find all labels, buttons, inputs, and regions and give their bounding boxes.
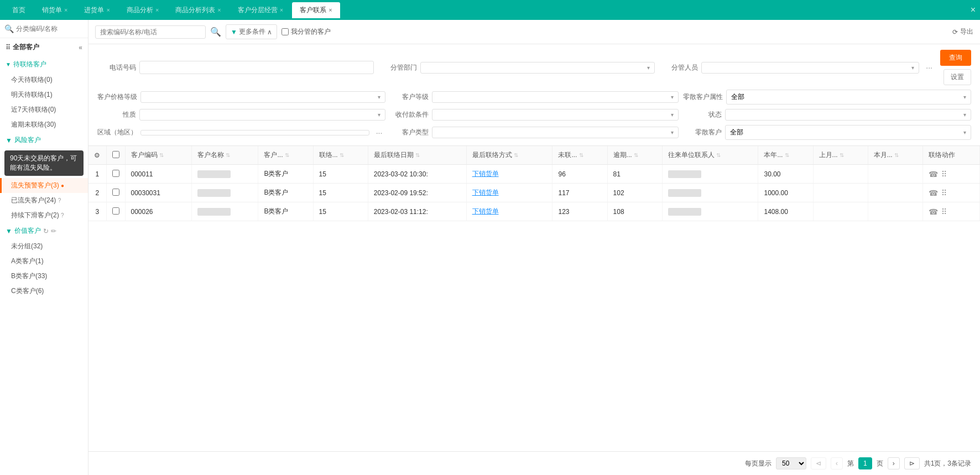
last-page-button[interactable]: ⊳	[904, 457, 920, 469]
page-size-select[interactable]: 20 50 100 200	[776, 457, 806, 469]
nav-tab-customer-contact[interactable]: 客户联系 ×	[292, 2, 340, 18]
sidebar-item-churned[interactable]: 已流失客户(24) ?	[0, 193, 88, 208]
row-last-method[interactable]: 下销货单	[466, 202, 552, 221]
table-row: 1 000011 B类客户 15 2023-03-02 10:30: 下销货单 …	[88, 165, 980, 184]
table-header-last-method[interactable]: 最后联络方式 ⇅	[466, 146, 552, 165]
more-dots-button[interactable]: ···	[922, 61, 936, 74]
nav-tab-sales[interactable]: 销货单 ×	[34, 2, 75, 18]
close-icon[interactable]: ×	[64, 7, 67, 13]
nav-tab-analysis[interactable]: 商品分析 ×	[119, 2, 166, 18]
attr-select[interactable]: 全部 ▾	[726, 90, 971, 105]
filter-icon: ▼	[231, 28, 237, 36]
nature-field: 性质 ▾	[97, 109, 385, 121]
sidebar-item-churn-warning[interactable]: 流失预警客户(3) ●	[0, 178, 88, 193]
contact-icon[interactable]: ☎	[929, 189, 938, 197]
row-last-method[interactable]: 下销货单	[466, 165, 552, 184]
close-icon[interactable]: ×	[280, 7, 283, 13]
row-last-month	[813, 202, 868, 221]
price-level-select[interactable]: ▾	[140, 91, 385, 103]
status-select[interactable]: ▾	[725, 109, 971, 121]
dept-select[interactable]: ▾	[420, 62, 655, 74]
row-checkbox[interactable]	[106, 202, 125, 221]
refresh-icon[interactable]: ↻	[43, 227, 49, 235]
more-actions-icon[interactable]: ⠿	[941, 189, 947, 197]
close-icon[interactable]: ×	[155, 7, 159, 13]
row-checkbox[interactable]	[106, 165, 125, 184]
settings-button[interactable]: 设置	[943, 69, 971, 85]
table-header-name[interactable]: 客户名称 ⇅	[191, 146, 258, 165]
nav-tab-purchase[interactable]: 进货单 ×	[76, 2, 117, 18]
person-label: 分管人员	[659, 63, 698, 72]
region-select[interactable]	[140, 130, 369, 135]
table-header-contact-person[interactable]: 往来单位联系人 ⇅	[662, 146, 758, 165]
filter-row-1: 电话号码 分管部门 ▾ 分管人员 ▾ ···	[97, 50, 971, 85]
sidebar-item-c-class[interactable]: C类客户(6)	[0, 284, 88, 299]
search-input[interactable]	[95, 25, 206, 39]
page-1-button[interactable]: 1	[858, 457, 872, 469]
contact-icon[interactable]: ☎	[929, 170, 938, 179]
sidebar-item-overdue[interactable]: 逾期未联络(30)	[0, 117, 88, 132]
phone-input[interactable]	[139, 61, 374, 74]
sidebar-item-declining[interactable]: 持续下滑客户(2) ?	[0, 208, 88, 223]
close-all-button[interactable]: ×	[971, 5, 976, 15]
row-uncontacted: 117	[552, 184, 607, 202]
table-header-last-month[interactable]: 上月... ⇅	[813, 146, 868, 165]
query-button[interactable]: 查询	[940, 50, 971, 66]
table-header-contact-count[interactable]: 联络... ⇅	[313, 146, 368, 165]
retail-select[interactable]: 全部 ▾	[725, 125, 971, 140]
sidebar-item-tomorrow[interactable]: 明天待联络(1)	[0, 87, 88, 102]
my-customers-check[interactable]	[282, 28, 289, 35]
row-checkbox[interactable]	[106, 184, 125, 202]
more-actions-icon[interactable]: ⠿	[941, 207, 947, 216]
search-button[interactable]: 🔍	[210, 27, 221, 37]
sidebar-search-bar[interactable]: 🔍	[0, 20, 88, 38]
close-icon[interactable]: ×	[329, 7, 332, 13]
sidebar-group-risk[interactable]: ▼ 风险客户	[0, 132, 88, 148]
level-select[interactable]: ▾	[432, 91, 678, 103]
next-page-button[interactable]: ›	[888, 457, 900, 469]
prev-page-button[interactable]: ‹	[831, 457, 843, 469]
table-header-this-month[interactable]: 本月... ⇅	[868, 146, 922, 165]
more-dots-button[interactable]: ···	[373, 126, 386, 139]
table-header-last-date[interactable]: 最后联络日期 ⇅	[368, 146, 466, 165]
type-label: 客户类型	[390, 128, 429, 137]
first-page-button[interactable]: ⊲	[811, 457, 826, 469]
person-select[interactable]: ▾	[701, 62, 919, 74]
sidebar-item-7days[interactable]: 近7天待联络(0)	[0, 102, 88, 117]
table-header-overdue[interactable]: 逾期... ⇅	[607, 146, 662, 165]
more-conditions-button[interactable]: ▼ 更多条件 ∧	[226, 24, 277, 39]
sidebar-item-a-class[interactable]: A类客户(1)	[0, 254, 88, 269]
sidebar-group-value[interactable]: ▼ 价值客户 ↻ ✏	[0, 223, 88, 239]
row-contact-person	[662, 184, 758, 202]
table-header-uncontacted[interactable]: 未联... ⇅	[552, 146, 607, 165]
row-last-method[interactable]: 下销货单	[466, 184, 552, 202]
export-button[interactable]: ⟳ 导出	[952, 27, 973, 36]
nav-tab-customer-segment[interactable]: 客户分层经营 ×	[230, 2, 291, 18]
more-actions-icon[interactable]: ⠿	[941, 170, 947, 179]
row-actions: ☎ ⠿	[922, 184, 979, 202]
edit-icon[interactable]: ✏	[51, 227, 56, 235]
nav-tab-analysis-list[interactable]: 商品分析列表 ×	[168, 2, 228, 18]
table-header-checkbox[interactable]	[106, 146, 125, 165]
sidebar-item-ungrouped[interactable]: 未分组(32)	[0, 239, 88, 254]
type-field: 客户类型 ▾	[390, 127, 678, 138]
sidebar-group-pending[interactable]: ▼ 待联络客户	[0, 56, 88, 72]
table-header-type[interactable]: 客户... ⇅	[258, 146, 313, 165]
table-header-settings[interactable]: ⚙	[88, 146, 106, 165]
contact-icon[interactable]: ☎	[929, 207, 938, 216]
payment-select[interactable]: ▾	[432, 109, 678, 121]
close-icon[interactable]: ×	[106, 7, 110, 13]
table-header-this-year[interactable]: 本年... ⇅	[758, 146, 813, 165]
table-header-code[interactable]: 客户编码 ⇅	[125, 146, 191, 165]
sidebar-item-b-class[interactable]: B类客户(33)	[0, 269, 88, 284]
sidebar-item-today[interactable]: 今天待联络(0)	[0, 72, 88, 87]
type-select[interactable]: ▾	[432, 127, 678, 138]
nav-tab-home[interactable]: 首页	[4, 2, 33, 18]
nature-select[interactable]: ▾	[139, 109, 385, 121]
collapse-icon[interactable]: «	[79, 44, 82, 51]
close-icon[interactable]: ×	[217, 7, 221, 13]
page-size-label: 每页显示	[745, 459, 772, 468]
my-customers-checkbox[interactable]: 我分管的客户	[282, 27, 331, 36]
all-customers-header[interactable]: ⠿ 全部客户 «	[0, 38, 88, 56]
sidebar-search-input[interactable]	[16, 25, 84, 33]
